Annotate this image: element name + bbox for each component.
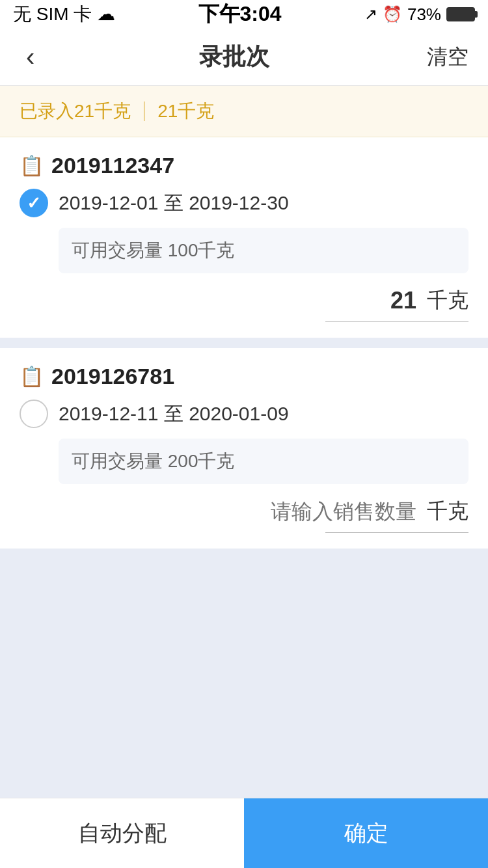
back-button[interactable]: ‹: [20, 36, 41, 78]
alarm-icon: ⏰: [383, 5, 402, 23]
info-divider: [144, 102, 144, 121]
status-bar: 无 SIM 卡 ☁ 下午3:04 ↗ ⏰ 73%: [0, 0, 488, 29]
batch-2-underline: [325, 532, 468, 533]
content-area: 📋 2019112347 2019-12-01 至 2019-12-30 可用交…: [0, 137, 488, 868]
status-left: 无 SIM 卡 ☁: [13, 2, 115, 27]
batch-1-icon: 📋: [20, 154, 44, 177]
sim-label: 无 SIM 卡 ☁: [13, 2, 115, 27]
batch-card-2-inner: 📋 2019126781 2019-12-11 至 2020-01-09 可用交…: [0, 348, 488, 484]
confirm-button[interactable]: 确定: [244, 798, 488, 868]
batch-2-date-row: 2019-12-11 至 2020-01-09: [20, 400, 468, 428]
total-amount: 21千克: [157, 99, 214, 124]
clear-button[interactable]: 清空: [427, 43, 468, 72]
info-banner: 已录入21千克 21千克: [0, 86, 488, 137]
page-wrapper: 无 SIM 卡 ☁ 下午3:04 ↗ ⏰ 73% ‹ 录批次 清空 已录入21千…: [0, 0, 488, 868]
battery-icon: [446, 7, 475, 21]
empty-area: [0, 549, 488, 798]
section-gap-1: [0, 338, 488, 348]
batch-1-radio[interactable]: [20, 189, 48, 217]
batch-2-id: 2019126781: [51, 364, 174, 389]
batch-1-underline-wrapper: [0, 321, 488, 338]
page-title: 录批次: [199, 41, 269, 73]
batch-1-available: 可用交易量 100千克: [59, 228, 468, 273]
batch-1-header: 📋 2019112347: [20, 153, 468, 178]
batch-1-underline: [325, 321, 468, 322]
batch-2-radio[interactable]: [20, 400, 48, 428]
batch-2-quantity-row: 千克: [0, 484, 488, 532]
recorded-amount: 已录入21千克: [20, 99, 131, 124]
batch-1-quantity-input[interactable]: [338, 287, 416, 314]
batch-1-id: 2019112347: [51, 153, 174, 178]
auto-distribute-button[interactable]: 自动分配: [0, 798, 244, 868]
batch-2-icon: 📋: [20, 365, 44, 388]
batch-2-quantity-input[interactable]: [20, 500, 416, 524]
nav-bar: ‹ 录批次 清空: [0, 29, 488, 86]
batch-2-underline-wrapper: [0, 532, 488, 549]
batch-1-date-row: 2019-12-01 至 2019-12-30: [20, 189, 468, 217]
batch-card-1: 📋 2019112347 2019-12-01 至 2019-12-30 可用交…: [0, 137, 488, 338]
location-icon: ↗: [364, 5, 377, 23]
batch-2-available: 可用交易量 200千克: [59, 439, 468, 484]
battery-percent: 73%: [407, 5, 441, 25]
batch-card-2: 📋 2019126781 2019-12-11 至 2020-01-09 可用交…: [0, 348, 488, 549]
bottom-bar: 自动分配 确定: [0, 798, 488, 868]
status-time: 下午3:04: [198, 0, 282, 29]
status-right: ↗ ⏰ 73%: [364, 5, 475, 25]
batch-2-date: 2019-12-11 至 2020-01-09: [59, 401, 289, 427]
batch-1-quantity-row: 千克: [0, 273, 488, 321]
batch-card-1-inner: 📋 2019112347 2019-12-01 至 2019-12-30 可用交…: [0, 137, 488, 273]
batch-2-header: 📋 2019126781: [20, 364, 468, 389]
batch-1-date: 2019-12-01 至 2019-12-30: [59, 190, 289, 217]
batch-1-unit: 千克: [427, 286, 468, 315]
batch-2-unit: 千克: [427, 497, 468, 526]
